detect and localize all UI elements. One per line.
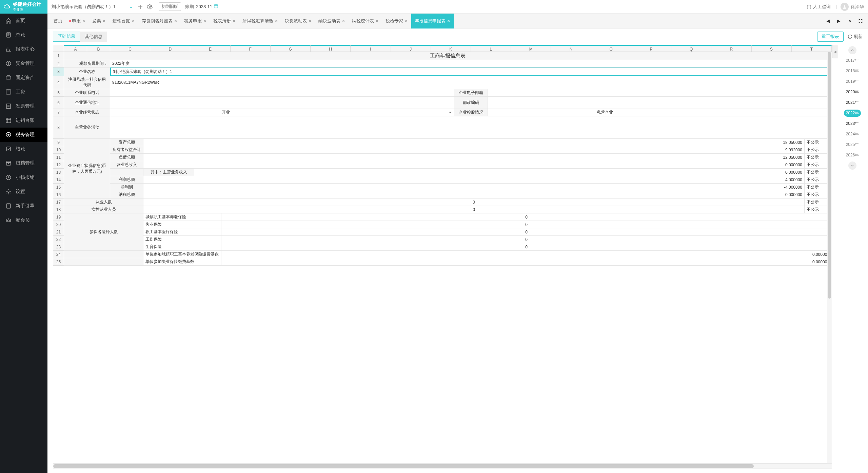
row-number[interactable]: 24	[53, 251, 64, 258]
row-number[interactable]: 7	[53, 109, 64, 116]
sidebar-item-archive[interactable]: 归档管理	[0, 156, 47, 170]
year-option[interactable]: 2022年	[844, 110, 861, 117]
row-number[interactable]: 13	[53, 169, 64, 176]
year-scroll-down[interactable]	[848, 162, 856, 170]
tab-close-icon[interactable]: ✕	[203, 19, 206, 23]
col-header[interactable]: P	[631, 45, 671, 52]
col-header[interactable]: N	[551, 45, 591, 52]
company-name-cell[interactable]: 刘小艳演示账套（勿删勿动！）1	[110, 68, 832, 76]
row-number[interactable]: 5	[53, 89, 64, 97]
value[interactable]: 0	[221, 213, 832, 221]
row-number[interactable]: 8	[53, 116, 64, 139]
value[interactable]	[488, 97, 832, 109]
col-header[interactable]: B	[87, 45, 110, 52]
row-number[interactable]: 25	[53, 258, 64, 266]
tab-close-icon[interactable]: ✕	[102, 19, 106, 23]
vertical-scrollbar[interactable]	[827, 52, 832, 463]
tab[interactable]: 存货别名对照表✕	[138, 14, 181, 29]
row-number[interactable]: 14	[53, 176, 64, 184]
col-header[interactable]: R	[711, 45, 751, 52]
tab[interactable]: 首页	[50, 14, 66, 29]
value[interactable]: 0	[221, 236, 832, 243]
tab[interactable]: 纳税波动表✕	[315, 14, 349, 29]
col-header[interactable]: K	[431, 45, 471, 52]
value[interactable]	[110, 97, 454, 109]
col-header[interactable]: L	[471, 45, 511, 52]
value[interactable]: 9.992000	[143, 146, 805, 154]
row-number[interactable]: 16	[53, 191, 64, 198]
tab-close-icon[interactable]: ✕	[308, 19, 312, 23]
tab[interactable]: 年报信息申报表✕	[411, 14, 454, 29]
row-number[interactable]: 10	[53, 146, 64, 154]
year-option[interactable]: 2023年	[844, 120, 861, 127]
value[interactable]	[110, 89, 454, 97]
period-value[interactable]: 2023-11	[196, 4, 212, 9]
col-header[interactable]: D	[150, 45, 190, 52]
col-header[interactable]: A	[64, 45, 87, 52]
value[interactable]: 0	[143, 206, 805, 213]
tab[interactable]: 发票✕	[89, 14, 109, 29]
sidebar-item-ledger[interactable]: 总账	[0, 28, 47, 42]
row-number[interactable]: 17	[53, 198, 64, 206]
tab-close-icon[interactable]: ✕	[405, 19, 408, 23]
sidebar-item-vip[interactable]: 畅会员	[0, 213, 47, 227]
row-number[interactable]: 23	[53, 243, 64, 251]
year-option[interactable]: 2025年	[844, 141, 861, 148]
reset-report-button[interactable]: 重置报表	[817, 32, 844, 42]
value[interactable]: 2022年度	[110, 60, 832, 68]
tab-close-icon[interactable]: ✕	[375, 19, 379, 23]
user-menu[interactable]: | 徐泽华	[836, 3, 864, 11]
col-header[interactable]: G	[271, 45, 311, 52]
tab-close-icon[interactable]: ✕	[232, 19, 236, 23]
tab[interactable]: 进销台账✕	[109, 14, 138, 29]
year-option[interactable]: 2017年	[844, 57, 861, 64]
row-number[interactable]: 15	[53, 184, 64, 191]
value[interactable]: 0	[221, 221, 832, 228]
add-account-button[interactable]	[136, 2, 145, 12]
year-option[interactable]: 2018年	[844, 68, 861, 75]
value[interactable]: 0	[221, 228, 832, 236]
col-header[interactable]: J	[391, 45, 431, 52]
row-number[interactable]: 11	[53, 154, 64, 161]
switch-old-version-button[interactable]: 切到旧版	[159, 2, 181, 11]
col-header[interactable]: H	[311, 45, 351, 52]
select[interactable]: 开业	[110, 109, 454, 116]
calendar-icon[interactable]	[214, 4, 218, 10]
tab-close-icon[interactable]: ✕	[447, 19, 450, 23]
col-header[interactable]: F	[231, 45, 271, 52]
value[interactable]: 0.000000	[221, 258, 832, 266]
row-number[interactable]: 9	[53, 139, 64, 146]
account-settings-button[interactable]	[145, 2, 155, 12]
year-option[interactable]: 2024年	[844, 131, 861, 138]
value[interactable]	[110, 116, 832, 139]
year-option[interactable]: 2021年	[844, 99, 861, 106]
value[interactable]: 0	[221, 243, 832, 251]
year-option[interactable]: 2026年	[844, 152, 861, 159]
sidebar-item-fund[interactable]: 资金管理	[0, 56, 47, 71]
row-number[interactable]: 4	[53, 76, 64, 89]
row-number[interactable]: 6	[53, 97, 64, 109]
tab-close-icon[interactable]: ✕	[132, 19, 135, 23]
row-number[interactable]: 18	[53, 206, 64, 213]
sidebar-item-tax[interactable]: 税务管理	[0, 128, 47, 142]
tab[interactable]: 税检专家✕	[382, 14, 411, 29]
value[interactable]: 12.050000	[143, 154, 805, 161]
col-header[interactable]: T	[792, 45, 832, 52]
row-number[interactable]: 1	[53, 52, 64, 60]
sidebar-item-invoice[interactable]: 发票管理	[0, 99, 47, 113]
tab-close-icon[interactable]: ✕	[342, 19, 345, 23]
tab[interactable]: 税负波动表✕	[281, 14, 315, 29]
tab-close-icon[interactable]: ✕	[82, 19, 85, 23]
fullscreen-button[interactable]	[856, 16, 865, 26]
horizontal-scrollbar[interactable]	[53, 463, 832, 469]
row-number[interactable]: 20	[53, 221, 64, 228]
year-option[interactable]: 2019年	[844, 78, 861, 85]
spreadsheet[interactable]: A B CDEFGHIJKLMNOPQRST 1工商年报信息表2税款所属期间：2…	[53, 45, 832, 469]
tab-close-all-button[interactable]: ✕	[845, 16, 854, 26]
sidebar-item-report[interactable]: 报表中心	[0, 42, 47, 56]
col-header[interactable]: C	[110, 45, 150, 52]
tab-close-icon[interactable]: ✕	[174, 19, 177, 23]
value[interactable]: 0.000000	[143, 161, 805, 169]
row-number[interactable]: 3	[53, 68, 64, 76]
tab[interactable]: 纳税统计表✕	[349, 14, 382, 29]
